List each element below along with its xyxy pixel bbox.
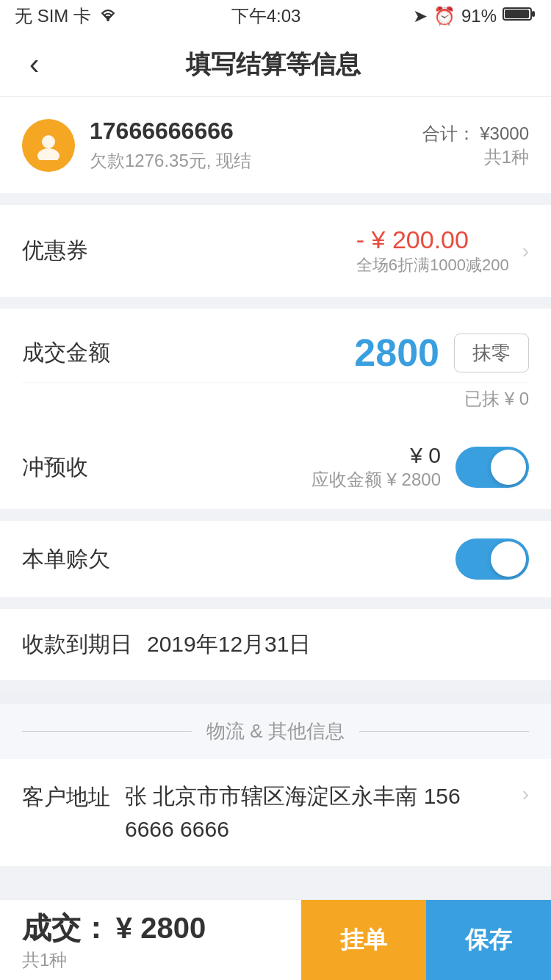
coupon-desc: 全场6折满1000减200 bbox=[356, 254, 509, 276]
customer-left: 17666666666 欠款1276.35元, 现结 bbox=[22, 118, 251, 173]
customer-right: 合计： ¥3000 共1种 bbox=[422, 122, 529, 169]
deal-amount: ¥ 2800 bbox=[116, 912, 206, 944]
battery-icon bbox=[503, 6, 536, 26]
wifi-icon bbox=[97, 6, 119, 26]
prepay-row: 冲预收 ¥ 0 应收金额 ¥ 2800 bbox=[22, 425, 529, 509]
status-right: ➤ ⏰ 91% bbox=[413, 6, 536, 26]
amount-right: 2800 抹零 bbox=[354, 331, 529, 375]
amount-section: 成交金额 2800 抹零 已抹 ¥ 0 冲预收 ¥ 0 应收金额 ¥ 2800 bbox=[0, 309, 551, 509]
due-order-section: 本单赊欠 bbox=[0, 521, 551, 597]
no-sim-text: 无 SIM 卡 bbox=[15, 4, 91, 28]
due-date-section: 收款到期日 2019年12月31日 bbox=[0, 609, 551, 680]
due-order-label: 本单赊欠 bbox=[22, 544, 110, 574]
logistics-line-left bbox=[22, 731, 192, 732]
prepay-label: 冲预收 bbox=[22, 453, 88, 483]
address-chevron-icon: › bbox=[522, 779, 529, 806]
date-row: 收款到期日 2019年12月31日 bbox=[22, 609, 529, 680]
address-value: 张 北京市市辖区海淀区永丰南 156 6666 6666 bbox=[125, 779, 515, 846]
total-count: 共1种 bbox=[422, 145, 529, 169]
customer-info: 17666666666 欠款1276.35元, 现结 bbox=[90, 118, 251, 173]
coupon-discount: - ¥ 200.00 bbox=[356, 226, 509, 254]
svg-rect-2 bbox=[505, 10, 529, 18]
back-button[interactable]: ‹ bbox=[22, 40, 46, 88]
nav-bar: ‹ 填写结算等信息 bbox=[0, 32, 551, 97]
prepay-right: ¥ 0 应收金额 ¥ 2800 bbox=[311, 443, 529, 491]
amount-label: 成交金额 bbox=[22, 338, 110, 368]
bottom-deal: 成交： ¥ 2800 bbox=[22, 908, 279, 948]
page-title: 填写结算等信息 bbox=[61, 48, 485, 82]
content: 17666666666 欠款1276.35元, 现结 合计： ¥3000 共1种… bbox=[0, 97, 551, 980]
total-label: 合计： ¥3000 bbox=[422, 122, 529, 145]
coupon-chevron-icon: › bbox=[522, 239, 529, 263]
svg-point-0 bbox=[107, 18, 109, 21]
date-label: 收款到期日 bbox=[22, 630, 132, 660]
customer-debt: 欠款1276.35元, 现结 bbox=[90, 149, 251, 173]
logistics-header: 物流 & 其他信息 bbox=[0, 704, 551, 759]
prepay-toggle[interactable] bbox=[455, 447, 529, 488]
logistics-text: 物流 & 其他信息 bbox=[192, 718, 359, 744]
date-value: 2019年12月31日 bbox=[147, 630, 311, 660]
amount-value: 2800 bbox=[354, 331, 439, 375]
customer-card: 17666666666 欠款1276.35元, 现结 合计： ¥3000 共1种 bbox=[0, 97, 551, 193]
amount-row: 成交金额 2800 抹零 bbox=[22, 309, 529, 383]
coupon-row[interactable]: 优惠券 - ¥ 200.00 全场6折满1000减200 › bbox=[0, 205, 551, 297]
customer-phone: 17666666666 bbox=[90, 118, 251, 145]
due-order-toggle[interactable] bbox=[455, 538, 529, 580]
prepay-sub: 应收金额 ¥ 2800 bbox=[311, 468, 441, 491]
prepay-amount: ¥ 0 bbox=[311, 443, 441, 468]
status-left: 无 SIM 卡 bbox=[15, 4, 119, 28]
prepay-values: ¥ 0 应收金额 ¥ 2800 bbox=[311, 443, 441, 491]
pending-button[interactable]: 挂单 bbox=[301, 900, 426, 980]
address-label: 客户地址 bbox=[22, 779, 110, 813]
svg-point-4 bbox=[42, 135, 55, 148]
location-icon: ➤ bbox=[413, 6, 428, 26]
divider bbox=[0, 692, 551, 704]
coupon-right: - ¥ 200.00 全场6折满1000减200 › bbox=[356, 226, 529, 276]
battery-text: 91% bbox=[461, 6, 497, 26]
save-button[interactable]: 保存 bbox=[426, 900, 551, 980]
svg-rect-3 bbox=[532, 11, 535, 17]
status-bar: 无 SIM 卡 下午4:03 ➤ ⏰ 91% bbox=[0, 0, 551, 32]
bottom-count: 共1种 bbox=[22, 948, 279, 972]
avatar bbox=[22, 119, 75, 172]
status-time: 下午4:03 bbox=[231, 4, 301, 28]
deal-label: 成交： bbox=[22, 912, 110, 944]
alarm-icon: ⏰ bbox=[433, 6, 455, 26]
due-row: 本单赊欠 bbox=[22, 521, 529, 597]
coupon-label: 优惠券 bbox=[22, 236, 88, 266]
address-row[interactable]: 客户地址 张 北京市市辖区海淀区永丰南 156 6666 6666 › bbox=[0, 759, 551, 866]
round-button[interactable]: 抹零 bbox=[454, 334, 529, 372]
amount-sub: 已抹 ¥ 0 bbox=[22, 383, 529, 425]
logistics-line-right bbox=[359, 731, 529, 732]
bottom-bar: 成交： ¥ 2800 共1种 挂单 保存 bbox=[0, 899, 551, 980]
svg-point-5 bbox=[37, 148, 60, 160]
bottom-summary: 成交： ¥ 2800 共1种 bbox=[0, 908, 301, 972]
